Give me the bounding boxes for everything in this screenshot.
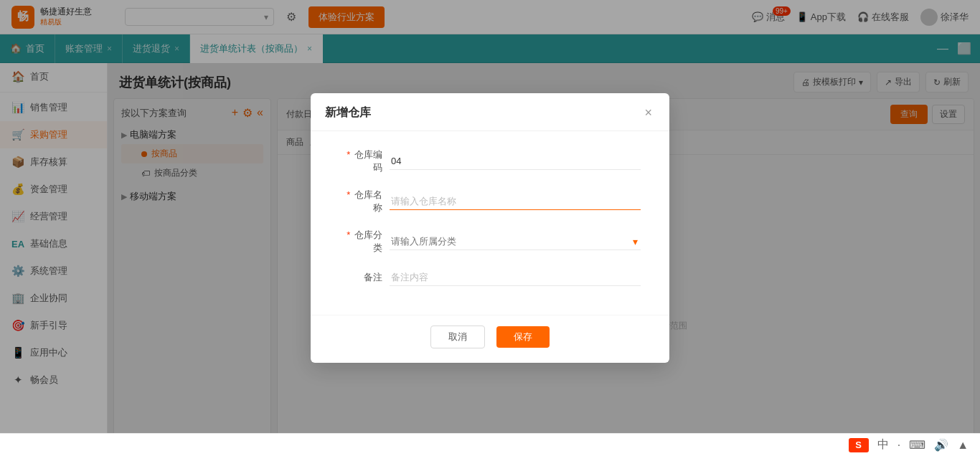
category-required-mark: * xyxy=(347,229,350,240)
form-row-code: * 仓库编码 xyxy=(339,148,641,174)
name-label-text: 仓库名称 xyxy=(354,189,382,213)
note-input[interactable] xyxy=(390,269,641,286)
s-logo: S xyxy=(849,438,869,452)
name-required-mark: * xyxy=(347,189,350,200)
modal-title: 新增仓库 xyxy=(325,105,371,120)
bottom-dot-icon[interactable]: · xyxy=(897,439,900,452)
modal-footer: 取消 保存 xyxy=(311,315,669,363)
code-input[interactable] xyxy=(390,153,641,170)
modal-new-warehouse: 新增仓库 × * 仓库编码 * 仓库名称 xyxy=(311,93,669,363)
name-label: * 仓库名称 xyxy=(339,189,390,214)
bottom-speaker-icon[interactable]: 🔊 xyxy=(934,438,948,452)
note-label-text: 备注 xyxy=(364,272,382,282)
cancel-button[interactable]: 取消 xyxy=(430,326,485,348)
bottom-keyboard-icon[interactable]: ⌨ xyxy=(909,438,925,452)
modal-body: * 仓库编码 * 仓库名称 * 仓库分类 xyxy=(311,131,669,315)
name-input[interactable] xyxy=(390,193,641,210)
form-row-note: 备注 xyxy=(339,269,641,286)
note-label: 备注 xyxy=(339,271,390,284)
form-row-category: * 仓库分类 xyxy=(339,229,641,255)
bottom-bar: S 中 · ⌨ 🔊 ▲ xyxy=(0,433,980,456)
modal-close-icon[interactable]: × xyxy=(641,105,655,120)
code-required-mark: * xyxy=(347,149,350,160)
modal-overlay: 新增仓库 × * 仓库编码 * 仓库名称 xyxy=(0,0,980,456)
code-label-text: 仓库编码 xyxy=(354,149,382,173)
category-select-wrap xyxy=(390,233,641,250)
form-row-name: * 仓库名称 xyxy=(339,189,641,214)
bottom-zh-icon[interactable]: 中 xyxy=(877,437,889,452)
category-label: * 仓库分类 xyxy=(339,229,390,255)
save-button[interactable]: 保存 xyxy=(496,326,550,348)
category-input[interactable] xyxy=(390,233,641,250)
code-label: * 仓库编码 xyxy=(339,148,390,174)
bottom-chevron-icon[interactable]: ▲ xyxy=(957,439,969,452)
modal-header: 新增仓库 × xyxy=(311,93,669,131)
category-label-text: 仓库分类 xyxy=(354,229,382,253)
